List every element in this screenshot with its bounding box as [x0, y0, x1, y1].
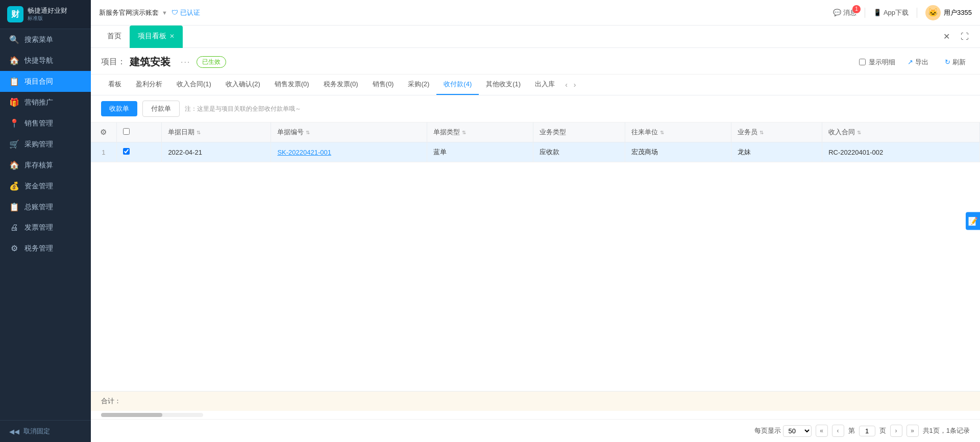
tab-close-icon[interactable]: ✕: [169, 33, 175, 40]
unpin-button[interactable]: ◀◀ 取消固定: [0, 420, 91, 442]
settings-icon[interactable]: ⚙: [100, 128, 107, 136]
sidebar-item-marketing[interactable]: 🎁营销推广: [0, 92, 91, 113]
export-button[interactable]: ↗ 导出: [903, 56, 933, 69]
search-icon: 🔍: [9, 35, 19, 44]
sidebar-item-sales[interactable]: 📍销售管理: [0, 113, 91, 134]
app-download-button[interactable]: 📱 App下载: [873, 8, 909, 17]
data-table: ⚙ 单据日期⇅ 单据编号⇅ 单据类型⇅: [91, 122, 980, 162]
table-footer: 合计：: [91, 391, 980, 411]
marketing-icon: 🎁: [9, 97, 19, 107]
col-checkbox[interactable]: [116, 122, 162, 142]
col-date[interactable]: 单据日期⇅: [162, 122, 271, 142]
sort-partner-icon: ⇅: [660, 130, 664, 135]
certified-label: 已认证: [180, 8, 200, 17]
subnav-tab-kanban[interactable]: 看板: [101, 75, 129, 95]
total-info: 共1页，1条记录: [923, 426, 970, 435]
page-number-input[interactable]: [859, 426, 875, 436]
sidebar-item-finance[interactable]: 💰资金管理: [0, 176, 91, 197]
maximize-button[interactable]: ⛶: [958, 30, 972, 44]
table-header-row: ⚙ 单据日期⇅ 单据编号⇅ 单据类型⇅: [91, 122, 980, 142]
refresh-button[interactable]: ↻ 刷新: [941, 56, 970, 69]
refresh-label: 刷新: [952, 58, 966, 67]
page-size-select: 每页显示 50 100 200: [754, 425, 812, 437]
first-page-button[interactable]: «: [816, 425, 828, 437]
sidebar-label-search: 搜索菜单: [24, 35, 53, 44]
topbar: 新服务官网演示账套 ▼ 🛡 已认证 💬 消息 1 📱 App下载 🐱 用: [91, 0, 980, 26]
col-settings[interactable]: ⚙: [91, 122, 116, 142]
tab-project-board[interactable]: 项目看板 ✕: [130, 26, 183, 48]
user-area[interactable]: 🐱 用户3355: [925, 5, 972, 20]
sidebar-item-contract[interactable]: 📋项目合同: [0, 71, 91, 92]
refresh-icon: ↻: [945, 58, 950, 66]
more-options-button[interactable]: ···: [181, 58, 190, 67]
sort-salesperson-icon: ⇅: [760, 130, 764, 135]
contract-icon: 📋: [9, 77, 19, 86]
last-page-button[interactable]: »: [906, 425, 919, 437]
account-select[interactable]: 新服务官网演示账套 ▼: [99, 8, 167, 17]
next-page-button[interactable]: ›: [890, 425, 902, 437]
tabbar-actions: ✕ ⛶: [939, 30, 972, 44]
show-detail-input[interactable]: [859, 59, 866, 65]
project-title: 项目： 建筑安装: [101, 55, 170, 69]
collection-bill-button[interactable]: 收款单: [101, 101, 137, 116]
total-label: 合计：: [101, 397, 121, 405]
subnav-tab-other[interactable]: 其他收支(1): [479, 75, 528, 95]
sidebar-item-tax[interactable]: ⚙税务管理: [0, 238, 91, 259]
col-number[interactable]: 单据编号⇅: [271, 122, 427, 142]
tax-icon: ⚙: [9, 243, 19, 253]
subnav-tab-income-contract[interactable]: 收入合同(1): [169, 75, 218, 95]
scrollbar-track[interactable]: [101, 413, 203, 417]
table-container: ⚙ 单据日期⇅ 单据编号⇅ 单据类型⇅: [91, 122, 980, 391]
subnav-tab-sales-invoice[interactable]: 销售发票(0): [267, 75, 316, 95]
subnav-tab-purchase[interactable]: 采购(2): [401, 75, 436, 95]
show-detail-label: 显示明细: [869, 58, 895, 67]
row-checkbox[interactable]: [123, 148, 130, 155]
phone-icon: 📱: [873, 9, 881, 16]
export-label: 导出: [915, 58, 928, 67]
row-number-link[interactable]: SK-20220421-001: [277, 149, 331, 156]
prev-page-button[interactable]: ‹: [832, 425, 844, 437]
scrollbar-thumb[interactable]: [101, 413, 162, 417]
subnav-tab-collection[interactable]: 收付款(4): [436, 75, 479, 95]
sidebar-item-quicknav[interactable]: 🏠快捷导航: [0, 50, 91, 71]
subnav-next-arrow[interactable]: ›: [571, 77, 579, 93]
subnav-prev-arrow[interactable]: ‹: [562, 77, 571, 93]
select-all-checkbox[interactable]: [123, 128, 130, 135]
subnav-tab-profit[interactable]: 盈利分析: [129, 75, 169, 95]
message-button[interactable]: 💬 消息 1: [833, 8, 856, 17]
col-type[interactable]: 单据类型⇅: [427, 122, 533, 142]
page-size-dropdown[interactable]: 50 100 200: [783, 425, 812, 437]
show-detail-checkbox[interactable]: 显示明细: [859, 58, 895, 67]
close-window-button[interactable]: ✕: [939, 30, 953, 44]
subnav-tab-inout[interactable]: 出入库: [528, 75, 562, 95]
row-checkbox-cell[interactable]: [116, 142, 162, 162]
row-salesperson: 龙妹: [731, 142, 822, 162]
page-suffix: 页: [879, 426, 886, 435]
sidebar-item-purchase[interactable]: 🛒采购管理: [0, 134, 91, 155]
col-salesperson[interactable]: 业务员⇅: [731, 122, 822, 142]
sidebar-label-sales: 销售管理: [24, 119, 53, 128]
unpin-label: 取消固定: [23, 427, 50, 436]
sidebar-item-inventory[interactable]: 🏠库存核算: [0, 155, 91, 176]
sidebar-label-ledger: 总账管理: [24, 203, 53, 212]
col-income-contract[interactable]: 收入合同⇅: [822, 122, 980, 142]
sidebar-item-ledger[interactable]: 📋总账管理: [0, 197, 91, 217]
tab-home[interactable]: 首页: [99, 26, 130, 48]
payment-bill-button[interactable]: 付款单: [142, 101, 180, 117]
subnav-tab-sales[interactable]: 销售(0): [365, 75, 401, 95]
subnav-tab-tax-invoice[interactable]: 税务发票(0): [316, 75, 365, 95]
logo-icon: 财: [7, 6, 23, 22]
col-partner[interactable]: 往来单位⇅: [625, 122, 731, 142]
subnav-tab-income-confirm[interactable]: 收入确认(2): [218, 75, 267, 95]
side-note-button[interactable]: 📝: [966, 212, 980, 230]
tabbar: 首页 项目看板 ✕ ✕ ⛶: [91, 26, 980, 48]
project-header: 项目： 建筑安装 ··· 已生效 显示明细 ↗ 导出 ↻ 刷新: [91, 48, 980, 75]
divider: [865, 8, 865, 18]
sidebar-item-search[interactable]: 🔍搜索菜单: [0, 29, 91, 50]
scroll-row: [91, 411, 980, 419]
sidebar-label-quicknav: 快捷导航: [24, 56, 53, 65]
sidebar-item-invoice[interactable]: 🖨发票管理: [0, 217, 91, 238]
logo-version: 标准版: [28, 15, 67, 22]
ledger-icon: 📋: [9, 202, 19, 212]
chevron-down-icon: ▼: [162, 10, 167, 16]
